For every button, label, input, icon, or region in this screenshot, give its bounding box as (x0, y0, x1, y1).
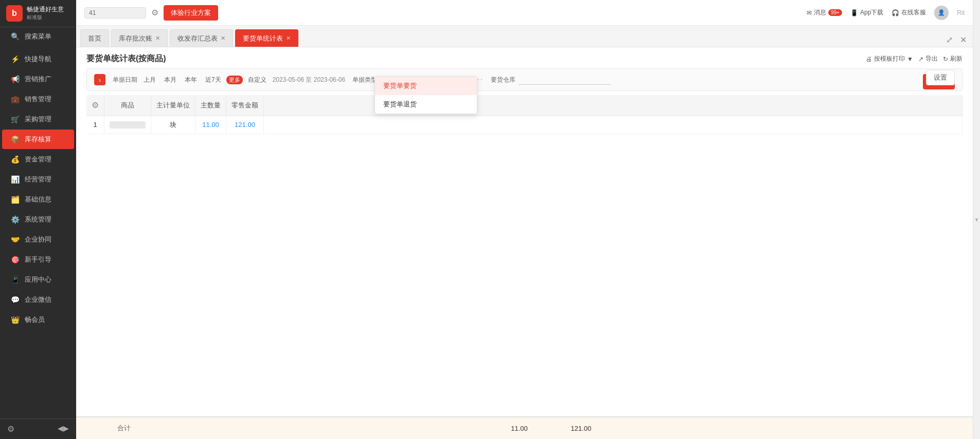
sidebar-item-system[interactable]: ⚙️系统管理 (2, 210, 74, 229)
sidebar-item-wechat[interactable]: 💬企业微信 (2, 290, 74, 309)
warehouse-label: 要货仓库 (491, 76, 515, 84)
filter-expand-btn[interactable]: › (94, 74, 105, 85)
tab-maximize-icon[interactable]: ⤢ (944, 33, 955, 47)
refresh-btn[interactable]: ↻ 刷新 (943, 54, 963, 63)
tab-order-stat[interactable]: 要货单统计表 ✕ (235, 29, 298, 47)
date-prev-month-btn[interactable]: 上月 (140, 75, 159, 85)
sidebar-item-operation[interactable]: 📊经营管理 (2, 170, 74, 189)
sidebar-item-base[interactable]: 🗂️基础信息 (2, 190, 74, 209)
newbie-icon: 🎯 (9, 255, 21, 264)
print-btn[interactable]: 🖨 按模板打印 ▼ (866, 54, 913, 63)
settings-icon[interactable]: ⚙ (7, 424, 14, 434)
phone-icon: 📱 (850, 9, 858, 16)
cell-product (104, 116, 151, 134)
cell-quantity[interactable]: 11.00 (195, 116, 226, 134)
user-name: Rit (957, 9, 965, 16)
print-icon: 🖨 (866, 56, 872, 63)
main-content: ⚙ 体验行业方案 ✉ 消息 99+ 📱 App下载 🎧 在线客服 👤 Rit 首… (76, 0, 973, 439)
sidebar: b 畅捷通好生意 标准版 🔍 搜索菜单 ⚡快捷导航📢营销推广💼销售管理🛒采购管理… (0, 0, 76, 439)
search-input[interactable] (84, 7, 146, 19)
dropdown-item-return[interactable]: 要货单退货 (375, 95, 477, 114)
online-service-btn[interactable]: 🎧 在线客服 (892, 8, 926, 17)
tab-close-all-icon[interactable]: ✕ (958, 33, 969, 47)
sidebar-item-finance[interactable]: 💰资金管理 (2, 150, 74, 169)
tab-order-stat-label: 要货单统计表 (243, 34, 283, 43)
date-7days-btn[interactable]: 近7天 (202, 75, 224, 85)
finance-label: 资金管理 (25, 155, 51, 164)
col-gear[interactable]: ⚙ (86, 95, 104, 116)
quick-nav-label: 快捷导航 (25, 54, 51, 64)
quick-nav-icon: ⚡ (9, 55, 21, 63)
warehouse-input[interactable] (519, 75, 611, 85)
sidebar-item-appstore[interactable]: 📱应用中心 (2, 270, 74, 289)
enterprise-icon: 🤝 (9, 235, 21, 244)
sidebar-item-purchase[interactable]: 🛒采购管理 (2, 109, 74, 129)
messages-badge: 99+ (828, 9, 842, 16)
base-label: 基础信息 (25, 195, 51, 204)
refresh-label: 刷新 (950, 54, 963, 63)
sidebar-item-member[interactable]: 👑畅会员 (2, 310, 74, 330)
table-row: 1 块 11.00 121.00 (86, 116, 963, 134)
messages-label: 消息 (814, 8, 826, 17)
cell-amount[interactable]: 121.00 (226, 116, 264, 134)
tab-home[interactable]: 首页 (80, 29, 109, 47)
sidebar-search[interactable]: 🔍 搜索菜单 (2, 28, 74, 45)
data-table: ⚙ 商品 主计量单位 主数量 零售金额 1 块 11.00 121. (86, 95, 963, 134)
date-more-badge[interactable]: 更多 (226, 76, 243, 84)
industry-btn[interactable]: 体验行业方案 (164, 5, 218, 21)
sales-label: 销售管理 (25, 95, 51, 104)
sidebar-item-enterprise[interactable]: 🤝企业协同 (2, 230, 74, 249)
tabbar-right: ⤢ ✕ (944, 33, 969, 47)
online-service-label: 在线客服 (901, 8, 926, 17)
right-scroll-icon: ▼ (974, 217, 979, 223)
right-scroll[interactable]: ▼ (973, 0, 980, 439)
export-btn[interactable]: ↗ 导出 (918, 54, 938, 63)
purchase-icon: 🛒 (9, 115, 21, 123)
logo-area: b 畅捷通好生意 标准版 (0, 0, 76, 27)
sidebar-item-newbie[interactable]: 🎯新手引导 (2, 250, 74, 269)
date-this-month-btn[interactable]: 本月 (161, 75, 180, 85)
cell-extra (264, 116, 963, 134)
date-this-year-btn[interactable]: 本年 (182, 75, 200, 85)
sidebar-search-label: 搜索菜单 (25, 32, 51, 41)
tab-batch-close[interactable]: ✕ (155, 35, 160, 42)
marketing-icon: 📢 (9, 75, 21, 83)
sidebar-item-marketing[interactable]: 📢营销推广 (2, 69, 74, 89)
set-btn[interactable]: 设置 (926, 70, 955, 85)
app-download-label: App下载 (860, 8, 883, 17)
member-label: 畅会员 (25, 315, 45, 324)
date-custom-btn[interactable]: 自定义 (245, 75, 270, 85)
print-chevron-icon: ▼ (907, 56, 913, 63)
footer-cells: 合计 11.00 121.00 (86, 424, 963, 433)
print-label: 按模板打印 (874, 54, 905, 63)
headset-icon: 🎧 (892, 9, 899, 16)
base-icon: 🗂️ (9, 195, 21, 204)
gear-icon[interactable]: ⚙ (151, 8, 158, 17)
inventory-icon: 📦 (9, 135, 21, 143)
sidebar-item-quick-nav[interactable]: ⚡快捷导航 (2, 49, 74, 69)
logo-icon: b (6, 5, 23, 22)
user-avatar[interactable]: 👤 (934, 6, 949, 20)
app-download-btn[interactable]: 📱 App下载 (850, 8, 883, 17)
tab-inout[interactable]: 收发存汇总表 ✕ (170, 29, 233, 47)
message-icon: ✉ (807, 9, 812, 16)
messages-btn[interactable]: ✉ 消息 99+ (807, 8, 842, 17)
sales-icon: 💼 (9, 95, 21, 103)
sidebar-item-inventory[interactable]: 📦库存核算 (2, 130, 74, 149)
tab-inout-close[interactable]: ✕ (221, 35, 225, 42)
tab-batch[interactable]: 库存批次账 ✕ (111, 29, 168, 47)
collapse-icon[interactable]: ◀▶ (58, 424, 69, 434)
topbar-right: ✉ 消息 99+ 📱 App下载 🎧 在线客服 👤 Rit (807, 6, 965, 20)
refresh-icon: ↻ (943, 56, 948, 63)
export-label: 导出 (925, 54, 938, 63)
product-placeholder (110, 121, 146, 129)
sidebar-item-sales[interactable]: 💼销售管理 (2, 89, 74, 109)
col-quantity: 主数量 (195, 95, 226, 116)
operation-icon: 📊 (9, 175, 21, 184)
system-icon: ⚙️ (9, 215, 21, 224)
col-extra (264, 95, 963, 116)
footer-total-label: 合计 (112, 424, 138, 433)
tab-order-stat-close[interactable]: ✕ (286, 35, 291, 42)
dropdown-item-order[interactable]: 要货单要货 (375, 77, 477, 95)
date-btns: 上月 本月 本年 近7天 更多 自定义 (140, 75, 270, 85)
